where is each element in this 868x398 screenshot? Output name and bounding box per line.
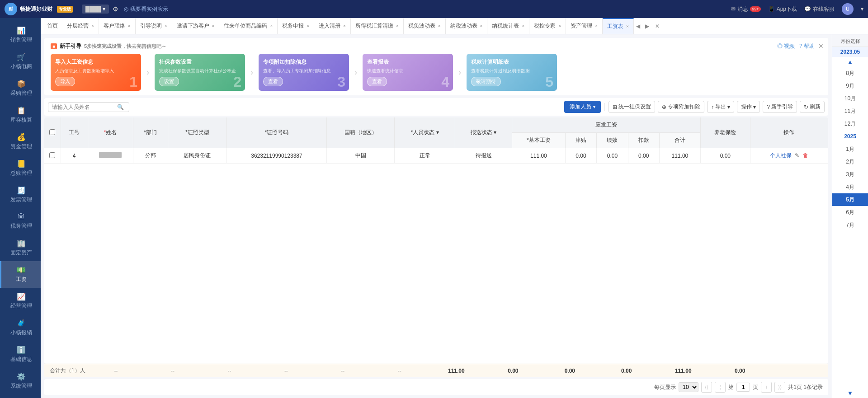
tab-item-6[interactable]: 进入清册 × <box>314 18 351 34</box>
newbie-guide-btn[interactable]: ? 新手引导 <box>763 101 797 113</box>
page-first-btn[interactable]: ⟨⟨ <box>701 382 712 393</box>
status-filter-icon[interactable]: ▾ <box>436 129 439 136</box>
sidebar-item-salary[interactable]: 💵 工资 <box>0 261 41 288</box>
month-item-7[interactable]: 7月 <box>832 219 868 231</box>
month-item-10[interactable]: 10月 <box>832 92 868 105</box>
month-item-11[interactable]: 11月 <box>832 105 868 117</box>
sidebar-item-assets[interactable]: 🏢 固定资产 <box>0 234 41 261</box>
demo-link[interactable]: ◎ 我要看实例演示 <box>124 5 168 13</box>
message-btn[interactable]: ✉ 消息 99+ <box>731 5 760 13</box>
tab-close-5[interactable]: × <box>307 23 309 28</box>
sidebar-item-sales[interactable]: 📊 销售管理 <box>0 22 41 48</box>
guide-step-3-btn[interactable]: 查看 <box>263 77 283 86</box>
guide-close-btn[interactable]: ✕ <box>818 42 824 50</box>
tab-item-11[interactable]: 税控专家 × <box>529 18 566 34</box>
page-next-btn[interactable]: ⟩ <box>761 382 772 393</box>
month-item-12[interactable]: 12月 <box>832 117 868 130</box>
page-last-btn[interactable]: ⟩⟩ <box>774 382 785 393</box>
row-ops-delete-icon[interactable]: 🗑 <box>803 152 808 159</box>
sidebar-item-expense[interactable]: 🧳 小畅报销 <box>0 314 41 341</box>
tab-item-12[interactable]: 资产管理 × <box>566 18 603 34</box>
month-item-8[interactable]: 8月 <box>832 67 868 80</box>
add-person-button[interactable]: 添加人员 ▾ <box>564 101 601 113</box>
tab-item-2[interactable]: 引导说明 × <box>136 18 172 34</box>
guide-step-4-btn[interactable]: 查看 <box>367 77 387 86</box>
tabs-close-all-btn[interactable]: ✕ <box>653 22 662 31</box>
month-item-9[interactable]: 9月 <box>832 80 868 92</box>
tab-close-9[interactable]: × <box>480 23 483 28</box>
row-ops-edit-icon[interactable]: ✎ <box>795 152 799 159</box>
month-item-4[interactable]: 4月 <box>832 181 868 193</box>
tab-item-7[interactable]: 所得税汇算清缴 × <box>351 18 404 34</box>
sidebar-item-capital[interactable]: 💰 资金管理 <box>0 128 41 155</box>
export-btn[interactable]: ↑ 导出 ▾ <box>707 101 734 113</box>
guide-video-link[interactable]: ◎ 视频 <box>777 42 795 50</box>
report-filter-icon[interactable]: ▾ <box>494 129 496 136</box>
month-up-btn[interactable]: ▲ <box>832 57 868 67</box>
tab-close-3[interactable]: × <box>212 23 215 28</box>
tab-item-3[interactable]: 邀请下游客户 × <box>172 18 220 34</box>
guide-step-2-btn[interactable]: 设置 <box>159 77 179 86</box>
page-prev-btn[interactable]: ⟨ <box>715 382 726 393</box>
sidebar-item-operations[interactable]: 📈 经营管理 <box>0 288 41 314</box>
user-menu[interactable]: ▾ <box>861 6 863 12</box>
online-service-btn[interactable]: 💬 在线客服 <box>804 5 835 13</box>
tab-close-8[interactable]: × <box>438 23 441 28</box>
sidebar-item-tax[interactable]: 🏛 税务管理 <box>0 208 41 234</box>
month-item-6[interactable]: 6月 <box>832 206 868 219</box>
sidebar-item-system[interactable]: ⚙️ 系统管理 <box>0 368 41 394</box>
guide-step-5-btn[interactable]: 敬请期待 <box>471 77 501 86</box>
select-all-checkbox[interactable] <box>49 129 55 135</box>
user-avatar[interactable]: U <box>842 3 854 15</box>
operations-btn[interactable]: 操作 ▾ <box>737 101 760 113</box>
tab-item-0[interactable]: 分层经营 × <box>62 18 99 34</box>
sidebar-item-ledger[interactable]: 📒 总账管理 <box>0 155 41 182</box>
tabs-prev-btn[interactable]: ◀ <box>634 22 643 31</box>
tab-close-2[interactable]: × <box>165 23 167 28</box>
app-download-btn[interactable]: 📱 App下载 <box>768 5 797 13</box>
month-down-btn[interactable]: ▼ <box>832 388 868 398</box>
tab-item-10[interactable]: 纳税统计表 × <box>487 18 529 34</box>
month-year-2025[interactable]: 2025 <box>832 130 868 143</box>
sidebar-item-collab[interactable]: 🤝 企业协同 <box>0 394 41 398</box>
sidebar-item-inventory[interactable]: 📋 库存核算 <box>0 102 41 128</box>
tab-close-12[interactable]: × <box>595 23 598 28</box>
tab-close-7[interactable]: × <box>396 23 399 28</box>
month-item-3[interactable]: 3月 <box>832 168 868 181</box>
tab-item-4[interactable]: 往来单位商品编码 × <box>219 18 278 34</box>
sidebar-item-basic-info[interactable]: ℹ️ 基础信息 <box>0 341 41 368</box>
tab-item-9[interactable]: 纳税波动表 × <box>446 18 488 34</box>
tab-close-13[interactable]: × <box>626 24 629 29</box>
per-page-select[interactable]: 10 20 50 <box>679 382 698 392</box>
search-input[interactable] <box>52 104 115 110</box>
social-security-btn[interactable]: ⊞ 统一社保设置 <box>609 101 655 113</box>
month-item-5[interactable]: 5月 <box>832 193 868 206</box>
tab-close-0[interactable]: × <box>91 23 94 28</box>
row-checkbox[interactable] <box>49 152 55 158</box>
month-item-2[interactable]: 2月 <box>832 155 868 168</box>
tab-item-1[interactable]: 客户联络 × <box>99 18 136 34</box>
page-number-input[interactable]: 1 <box>736 383 750 392</box>
settings-icon[interactable]: ⚙ <box>113 5 118 13</box>
tab-close-1[interactable]: × <box>128 23 131 28</box>
tab-close-6[interactable]: × <box>343 23 346 28</box>
tab-item-5[interactable]: 税务申报 × <box>278 18 314 34</box>
guide-step-1-btn[interactable]: 导入 <box>55 77 75 86</box>
tab-item-8[interactable]: 税负波动表 × <box>404 18 446 34</box>
tab-item-13[interactable]: 工资表 × <box>603 18 634 34</box>
sidebar-item-purchase[interactable]: 📦 采购管理 <box>0 75 41 102</box>
tab-home[interactable]: 首页 <box>42 22 62 30</box>
tabs-next-btn[interactable]: ▶ <box>643 22 652 31</box>
guide-help-link[interactable]: ? 帮助 <box>799 42 815 50</box>
refresh-btn[interactable]: ↻ 刷新 <box>800 101 825 113</box>
month-item-1[interactable]: 1月 <box>832 143 868 155</box>
special-deduction-btn[interactable]: ⊕ 专项附加扣除 <box>658 101 704 113</box>
tab-close-10[interactable]: × <box>522 23 524 28</box>
tab-close-4[interactable]: × <box>270 23 273 28</box>
row-ops-personal[interactable]: 个人社保 <box>770 152 792 159</box>
search-input-wrap[interactable]: 🔍 <box>48 102 129 112</box>
company-selector[interactable]: ████ ▾ <box>82 5 109 14</box>
sidebar-item-ecommerce[interactable]: 🛒 小畅电商 <box>0 48 41 75</box>
tab-close-11[interactable]: × <box>558 23 561 28</box>
sidebar-item-invoice[interactable]: 🧾 发票管理 <box>0 182 41 208</box>
